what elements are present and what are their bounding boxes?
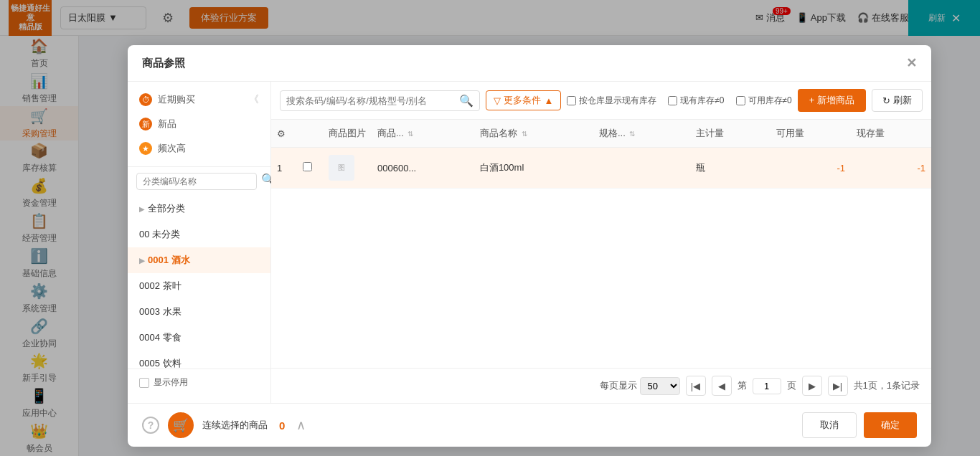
help-icon[interactable]: ? <box>142 417 159 434</box>
category-snack[interactable]: 0004 零食 <box>128 325 270 351</box>
row-spec <box>593 148 690 189</box>
category-beverage[interactable]: 0005 饮料 <box>128 351 270 369</box>
sort-code-icon: ⇅ <box>407 130 413 138</box>
show-disabled-row: 显示停用 <box>128 369 270 396</box>
recent-purchase-icon: ⏱ <box>139 93 152 106</box>
nonzero-stock-checkbox[interactable] <box>668 96 677 105</box>
col-spec[interactable]: 规格... ⇅ <box>593 120 690 148</box>
prev-page-button[interactable]: ◀ <box>712 376 732 396</box>
tab-new-products[interactable]: 新 新品 <box>128 112 270 136</box>
right-toolbar: 🔍 ▽ 更多条件 ▲ 按仓库显示现有库存 现 <box>271 82 931 120</box>
col-image: 商品图片 <box>323 120 372 148</box>
col-stock: 现存量 <box>851 120 931 148</box>
filter-checkboxes: 按仓库显示现有库存 现有库存≠0 可用库存≠0 <box>567 95 792 107</box>
row-check[interactable] <box>297 148 323 189</box>
frequent-icon: ★ <box>139 142 152 155</box>
per-page-dropdown[interactable]: 50 10 20 100 <box>640 377 680 395</box>
active-category-arrow-icon: ▶ <box>139 257 145 265</box>
row-checkbox[interactable] <box>303 162 312 171</box>
product-search-icon[interactable]: 🔍 <box>459 94 473 108</box>
tab-recent-purchase[interactable]: ⏱ 近期购买 《 <box>128 87 270 112</box>
col-available: 可用量 <box>771 120 851 148</box>
next-page-button[interactable]: ▶ <box>802 376 822 396</box>
dialog-body: ⏱ 近期购买 《 新 新品 ★ 频次高 🔍 <box>128 82 931 403</box>
product-table-wrapper: ⚙ 商品图片 商品... ⇅ 商品名称 <box>271 120 931 368</box>
cart-icon[interactable]: 🛒 <box>168 412 194 438</box>
show-disabled-checkbox[interactable] <box>139 378 149 388</box>
footer-actions: 取消 确定 <box>802 412 917 438</box>
category-all[interactable]: ▶ 全部分类 <box>128 196 270 222</box>
filter-button[interactable]: ▽ 更多条件 ▲ <box>486 90 561 110</box>
dialog-footer: ? 🛒 连续选择的商品 0 ∧ 取消 确定 <box>128 403 931 447</box>
dialog-close-icon[interactable]: ✕ <box>906 55 917 71</box>
product-table: ⚙ 商品图片 商品... ⇅ 商品名称 <box>271 120 931 189</box>
col-code[interactable]: 商品... ⇅ <box>372 120 474 148</box>
table-row[interactable]: 1 图 000600... 白酒100ml 瓶 <box>271 148 931 189</box>
col-unit[interactable]: 主计量 <box>690 120 771 148</box>
product-image: 图 <box>329 155 354 181</box>
new-products-icon: 新 <box>139 118 152 130</box>
row-image: 图 <box>323 148 372 189</box>
row-index: 1 <box>271 148 297 189</box>
category-fruit[interactable]: 0003 水果 <box>128 299 270 325</box>
left-panel: ⏱ 近期购买 《 新 新品 ★ 频次高 🔍 <box>128 82 271 403</box>
refresh-button[interactable]: ↻ 刷新 <box>872 89 923 112</box>
dialog-container: 商品参照 ✕ ⏱ 近期购买 《 新 新品 ★ <box>79 36 980 456</box>
product-search-bar: 🔍 <box>280 90 480 111</box>
tab-frequent[interactable]: ★ 频次高 <box>128 136 270 161</box>
category-search-row: 🔍 <box>128 167 270 196</box>
nonzero-stock-checkbox-label[interactable]: 现有库存≠0 <box>668 95 724 107</box>
page-number-input[interactable] <box>753 378 781 394</box>
col-name[interactable]: 商品名称 ⇅ <box>474 120 593 148</box>
dialog-title: 商品参照 <box>142 57 185 70</box>
row-available: -1 <box>771 148 851 189</box>
col-check <box>297 120 323 148</box>
collapse-icon[interactable]: 《 <box>249 93 259 106</box>
footer-collapse-icon[interactable]: ∧ <box>296 417 306 433</box>
cancel-button[interactable]: 取消 <box>802 412 857 438</box>
sort-name-icon: ⇅ <box>522 130 527 138</box>
row-code: 000600... <box>372 148 474 189</box>
right-actions: + 新增商品 ↻ 刷新 <box>798 89 923 112</box>
last-page-button[interactable]: ▶| <box>828 376 848 396</box>
col-settings[interactable]: ⚙ <box>271 120 297 148</box>
per-page-select: 每页显示 50 10 20 100 <box>600 377 680 395</box>
category-list: ▶ 全部分类 00 未分类 ▶ 0001 酒水 0002 茶叶 0003 水果 <box>128 196 270 369</box>
category-uncategorized[interactable]: 00 未分类 <box>128 222 270 247</box>
row-name: 白酒100ml <box>474 148 593 189</box>
dialog-box: 商品参照 ✕ ⏱ 近期购买 《 新 新品 ★ <box>128 45 931 447</box>
category-tea[interactable]: 0002 茶叶 <box>128 273 270 299</box>
warehouse-stock-checkbox-label[interactable]: 按仓库显示现有库存 <box>567 95 656 107</box>
warehouse-stock-checkbox[interactable] <box>567 96 576 105</box>
confirm-button[interactable]: 确定 <box>864 412 917 438</box>
pagination-bar: 每页显示 50 10 20 100 |◀ ◀ 第 页 ▶ ▶| <box>271 368 931 403</box>
sort-spec-icon: ⇅ <box>629 130 635 138</box>
add-product-button[interactable]: + 新增商品 <box>798 89 866 112</box>
product-search-input[interactable] <box>286 95 455 106</box>
row-unit: 瓶 <box>690 148 771 189</box>
row-stock: -1 <box>851 148 931 189</box>
category-arrow-icon: ▶ <box>139 205 145 213</box>
left-panel-tabs: ⏱ 近期购买 《 新 新品 ★ 频次高 <box>128 82 270 167</box>
dialog-header: 商品参照 ✕ <box>128 45 931 82</box>
nonzero-available-checkbox[interactable] <box>736 96 745 105</box>
first-page-button[interactable]: |◀ <box>686 376 706 396</box>
right-panel: 🔍 ▽ 更多条件 ▲ 按仓库显示现有库存 现 <box>271 82 931 403</box>
category-liquor[interactable]: ▶ 0001 酒水 <box>128 247 270 273</box>
nonzero-available-checkbox-label[interactable]: 可用库存≠0 <box>736 95 792 107</box>
category-search-input[interactable] <box>136 173 257 190</box>
